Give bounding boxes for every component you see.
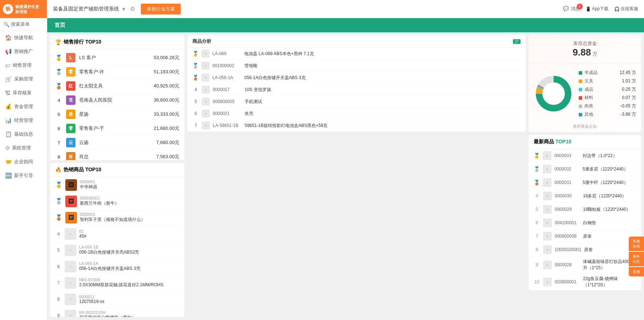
purchase-label: 采购管理 (14, 76, 33, 82)
rank-num: 8 (55, 154, 62, 160)
newest-thumb: ▪ (543, 178, 551, 187)
newest-thumb: ▪ (543, 192, 552, 200)
sales-ranking-header: 🏆 销售排行 TOP10 (50, 35, 184, 49)
rank-name: 星扬 (79, 111, 150, 118)
sidebar-item-finance[interactable]: 💰资金管理 (0, 100, 47, 114)
newest-item: 6 ▪ 004100001 白钢垫 (529, 216, 641, 230)
newest-item: 🥉 ▪ 0000031 5厘中纤（1220*2440） (529, 176, 641, 189)
sold-item: 5 ▪ 000800005 手机测试 (187, 96, 526, 108)
newest-thumb: ▪ (543, 245, 552, 254)
newest-code: 0000030 (555, 193, 580, 198)
sold-title: 商品分析 (192, 38, 211, 45)
legend-name: 文具 (584, 78, 620, 84)
online-service-button[interactable]: 🎧 在线客服 (614, 6, 638, 12)
trial-button[interactable]: 体验行业方案 (141, 4, 181, 15)
ranking-item: 🥉 红 红太阳文具 40,925.00元 (50, 79, 184, 93)
sidebar-item-coop[interactable]: 🤝企业协同 (0, 155, 47, 169)
marketing-label: 营销推广 (14, 48, 33, 55)
donut-chart (534, 74, 574, 114)
sold-analysis-header: 商品分析 27 (187, 35, 526, 48)
sidebar-nav: 🏠快捷导航📢营销推广🏷销售管理🛒采购管理🏗库存核算💰资金管理📊经营管理📋基础信息… (0, 31, 47, 182)
newest-name: 22g鱼豆腐-烧烤味（1*12*20） (583, 276, 636, 288)
legend-item: 成品 0.25 万 (579, 85, 636, 94)
sold-code: 0000021 (213, 111, 242, 116)
sidebar-item-stock[interactable]: 🏗库存核算 (0, 86, 47, 100)
legend-val: 12.45 万 (620, 70, 636, 76)
newest-item: 10 ▪ 003800001 22g鱼豆腐-烧烤味（1*12*20） (529, 274, 641, 290)
product-code: NB2.0X30B (79, 278, 179, 282)
settings-icon[interactable]: ⚙ (130, 5, 135, 12)
app-download-button[interactable]: 📱 App下载 (586, 6, 608, 12)
sidebar: 畅 畅捷通好生意 标准版 🔍 搜索菜单 🏠快捷导航📢营销推广🏷销售管理🛒采购管理… (0, 0, 47, 320)
float-customer-service[interactable]: 客服热线 (629, 237, 644, 251)
sold-thumb: ▪ (202, 98, 210, 106)
notification-icon: 💬 (563, 6, 569, 11)
dropdown-arrow[interactable]: ▼ (121, 6, 126, 12)
notification-button[interactable]: 💬 消息 6 (563, 6, 580, 12)
newest-code: 0000031 (554, 180, 580, 185)
sidebar-item-marketing[interactable]: 📢营销推广 (0, 45, 47, 58)
search-menu[interactable]: 🔍 搜索菜单 (0, 18, 47, 31)
newest-thumb: ▪ (543, 260, 552, 269)
sidebar-item-quick-nav[interactable]: 🏠快捷导航 (0, 31, 47, 45)
sold-rank-num: 5 (192, 99, 199, 104)
hot-product-item: 9 ▪ KK-SD22110H 花语萌侣温分髓绑袋（厚款） (50, 308, 184, 317)
legend-val: 0.25 万 (622, 86, 636, 93)
rank-name: 红太阳文具 (79, 83, 150, 89)
product-name: 45# (79, 234, 179, 239)
sidebar-item-guide[interactable]: 🆕新手引导 (0, 169, 47, 182)
float-live[interactable]: 直播 (629, 267, 644, 276)
newest-products-header: 最新商品 TOP10 (529, 135, 641, 149)
hot-product-item: 🥇 🖼 0000001 中华神器 (50, 177, 184, 193)
stock-card: 库存总资金 9.88 万 (529, 35, 641, 132)
product-name: 中华神器 (80, 184, 179, 190)
page-body: 🏆 销售排行 TOP10 🥇 L LS 客户 53,006.26元 🥈 零 零售… (47, 32, 644, 320)
ranking-item: 8 肖 肖总 7,563.00元 (50, 150, 184, 160)
topbar: 装备及固定资产辅助管理系统 ▼ ⚙ 体验行业方案 💬 消息 6 📱 App下载 … (47, 0, 644, 18)
system-icon: ⚙ (5, 145, 10, 151)
fire-icon: 🔥 (55, 167, 61, 173)
hot-product-item: 5 ▪ LA-056-1B 056-1B白色按键开关壳ABS2壳 (50, 242, 184, 259)
product-thumb: ▪ (65, 277, 76, 289)
legend-name: 肉类 (584, 103, 618, 109)
sidebar-item-operation[interactable]: 📊经营管理 (0, 114, 47, 127)
sold-thumb: ▪ (202, 122, 210, 130)
hot-product-item: 4 ▪ 01 45# (50, 226, 184, 242)
newest-rank-num: 9 (534, 262, 540, 267)
middle-panel: 商品分析 27 🥇 ▪ LA-089 电池盖 LA-089 ABS本色+黑种 7… (187, 35, 526, 317)
rank-name: 零售客户-许 (79, 69, 150, 75)
hot-products-header: 🔥 热销商品 TOP10 (50, 163, 184, 177)
sold-name: 59651-1B旋转投影灯电池盒ABS黑色+58克 (245, 123, 521, 129)
legend-dot (579, 88, 582, 91)
float-community[interactable]: 服务社区 (629, 252, 644, 266)
rank-amount: 21,680.00元 (154, 125, 179, 132)
quick-nav-label: 快捷导航 (14, 34, 33, 41)
sold-code: LA-59651-1B (213, 123, 242, 128)
sold-code: LA-056-1A (212, 75, 241, 80)
sidebar-item-system[interactable]: ⚙系统管理 (0, 141, 47, 155)
hot-products-list: 🥇 🖼 0000001 中华神器 🥈 🖼 000500001 新西兰牛肉（新牛）… (50, 177, 184, 317)
product-thumb: ▪ (65, 294, 76, 305)
product-code: 01 (79, 229, 179, 234)
sales-ranking-title: 销售排行 TOP10 (64, 39, 101, 45)
newest-name: 体碱嘉枝味苏打饮品400毫升（1*15） (583, 259, 636, 271)
sold-thumb: ▪ (201, 74, 209, 82)
rank-medal: 🥈 (55, 69, 62, 75)
sidebar-item-base[interactable]: 📋基础信息 (0, 127, 47, 141)
purchase-icon: 🛒 (5, 76, 12, 82)
product-name: 056-1A白色按键开关盖ABS 3壳 (79, 266, 179, 272)
rank-avatar: 云 (66, 138, 76, 147)
sidebar-item-sales[interactable]: 🏷销售管理 (0, 58, 47, 72)
newest-thumb: ▪ (543, 232, 552, 241)
sold-code: 001000002 (212, 63, 241, 68)
sold-name: 10S 变扭罗孩 (245, 87, 521, 93)
donut-legend: 半成品 12.45 万 文具 1.01 万 成品 0.25 万 材料 0.07 … (579, 69, 636, 119)
sold-rank-medal: 🥇 (192, 51, 199, 57)
legend-name: 成品 (584, 86, 620, 93)
sold-name: 雪地靴 (244, 63, 521, 69)
sidebar-item-purchase[interactable]: 🛒采购管理 (0, 72, 47, 86)
ranking-item: 6 零 零售客户-于 21,680.00元 (50, 122, 184, 136)
product-thumb: ▪ (65, 261, 76, 272)
product-info: LA-056-1B 056-1B白色按键开关壳ABS2壳 (79, 245, 179, 255)
newest-rank-num: 8 (534, 247, 540, 252)
